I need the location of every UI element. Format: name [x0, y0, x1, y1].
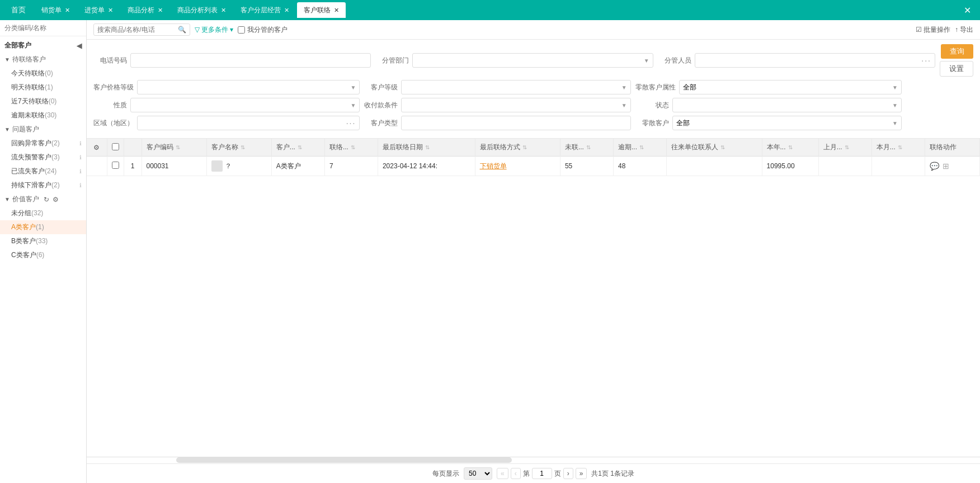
tab-close-icon[interactable]: ✕	[334, 7, 339, 14]
all-customers-label[interactable]: 全部客户	[4, 41, 31, 50]
table-unit-col[interactable]: 往来单位联系人⇅	[667, 139, 762, 157]
nav-tab-进货单[interactable]: 进货单✕	[78, 2, 120, 18]
sidebar-item-value[interactable]: 未分组(32)	[0, 206, 86, 220]
customer-type-input[interactable]	[401, 116, 630, 130]
filter-more-conditions[interactable]: ▽ 更多条件 ▾	[195, 25, 233, 35]
table-nocontact-col[interactable]: 未联...⇅	[560, 139, 613, 157]
sidebar-item-count: (1)	[36, 223, 44, 231]
query-button[interactable]: 查询	[941, 44, 973, 59]
row-checkbox[interactable]	[107, 157, 124, 176]
sidebar-item-label: 今天待联络(0)	[11, 69, 53, 78]
filter-search-input[interactable]	[97, 26, 176, 34]
action-chat-icon[interactable]: 💬	[930, 162, 939, 171]
area-input[interactable]: ···	[137, 116, 360, 130]
sidebar-group-problem[interactable]: ▼ 问题客户	[0, 122, 86, 136]
sidebar-item-count: (2)	[51, 181, 60, 189]
sidebar-item-count: (0)	[45, 69, 53, 77]
row-action: 💬 ⊞	[925, 157, 979, 176]
sidebar-item-pending[interactable]: 逾期未联络(30)	[0, 108, 86, 122]
table-thisyear-col[interactable]: 本年...⇅	[762, 139, 818, 157]
row-name: ？	[206, 157, 271, 176]
first-page-button[interactable]: «	[497, 468, 508, 479]
overdue-sort-icon: ⇅	[639, 144, 644, 150]
filter-search-icon[interactable]: 🔍	[178, 26, 186, 34]
nav-tab-商品分析列表[interactable]: 商品分析列表✕	[171, 2, 233, 18]
table-contact-col[interactable]: 联络...⇅	[324, 139, 378, 157]
sidebar-item-value[interactable]: C类客户(6)	[0, 248, 86, 262]
batch-operation-button[interactable]: ☑ 批量操作	[916, 25, 950, 35]
sidebar-item-problem[interactable]: 流失预警客户(3)ℹ	[0, 150, 86, 164]
nature-input[interactable]: ▼	[130, 98, 360, 112]
row-select-checkbox[interactable]	[112, 162, 119, 169]
horizontal-scrollbar[interactable]	[87, 457, 980, 463]
table-thismonth-col[interactable]: 本月...⇅	[871, 139, 925, 157]
nav-tab-客户分层经营[interactable]: 客户分层经营✕	[234, 2, 296, 18]
next-page-button[interactable]: ›	[563, 468, 573, 479]
sidebar-search-input[interactable]	[4, 24, 87, 32]
table-lastdate-col[interactable]: 最后联络日期⇅	[378, 139, 475, 157]
table-gear-col[interactable]: ⚙	[87, 139, 107, 157]
retail-customer-input[interactable]: 全部 ▼	[672, 116, 902, 130]
last-page-button[interactable]: »	[576, 468, 587, 479]
filter-settings-button[interactable]: 设置	[940, 61, 973, 77]
tab-close-icon[interactable]: ✕	[284, 7, 289, 14]
payment-input[interactable]: ▼	[401, 98, 630, 112]
pending-group-label: 待联络客户	[12, 55, 46, 64]
customer-level-input[interactable]: ▼	[401, 80, 630, 94]
sidebar-collapse-icon[interactable]: ◀	[77, 42, 82, 50]
page-number-input[interactable]	[532, 468, 552, 479]
table-name-col[interactable]: 客户名称⇅	[206, 139, 271, 157]
nav-tab-客户联络[interactable]: 客户联络✕	[297, 2, 346, 18]
table-num-col	[124, 139, 142, 157]
sidebar-item-value[interactable]: B类客户(33)	[0, 234, 86, 248]
value-group-settings[interactable]: ⚙	[53, 196, 59, 203]
filter-chevron: ▾	[230, 26, 233, 34]
prev-page-button[interactable]: ‹	[511, 468, 521, 479]
table-code-col[interactable]: 客户编码⇅	[142, 139, 206, 157]
sidebar-group-pending[interactable]: ▼ 待联络客户	[0, 53, 86, 67]
lastdate-col-label: 最后联络日期	[383, 143, 423, 152]
sidebar-item-pending[interactable]: 今天待联络(0)	[0, 67, 86, 80]
table-overdue-col[interactable]: 逾期...⇅	[614, 139, 667, 157]
row-last-method[interactable]: 下销货单	[475, 157, 560, 176]
dept-arrow: ▼	[644, 58, 649, 64]
tab-close-icon[interactable]: ✕	[221, 7, 226, 14]
export-button[interactable]: ↑ 导出	[955, 25, 973, 35]
sidebar-item-problem[interactable]: 持续下滑客户(2)ℹ	[0, 178, 86, 192]
sidebar-item-count: (0)	[49, 97, 57, 105]
status-input[interactable]: ▼	[672, 98, 902, 112]
nav-home[interactable]: 首页	[4, 5, 32, 15]
last-method-link[interactable]: 下销货单	[480, 162, 507, 170]
my-customer-filter[interactable]: 我分管的客户	[238, 25, 288, 35]
tab-close-icon[interactable]: ✕	[65, 7, 70, 14]
payment-label: 收付款条件	[364, 101, 398, 110]
action-grid-icon[interactable]: ⊞	[943, 162, 949, 171]
dept-input[interactable]: ▼	[412, 53, 653, 68]
customer-avatar	[211, 160, 223, 172]
table-type-col[interactable]: 客户...⇅	[271, 139, 324, 157]
sidebar-item-pending[interactable]: 明天待联络(1)	[0, 80, 86, 94]
price-level-input[interactable]: ▼	[137, 80, 360, 94]
sidebar-item-problem[interactable]: 已流失客户(24)ℹ	[0, 164, 86, 178]
manager-input[interactable]: ···	[695, 53, 935, 68]
nav-tab-商品分析[interactable]: 商品分析✕	[121, 2, 169, 18]
sidebar-item-problem[interactable]: 回购异常客户(2)ℹ	[0, 136, 86, 150]
tab-close-icon[interactable]: ✕	[158, 7, 163, 14]
sidebar-group-value[interactable]: ▼ 价值客户 ↻ ⚙	[0, 192, 86, 206]
table-lastmonth-col[interactable]: 上月...⇅	[818, 139, 871, 157]
sidebar-item-value[interactable]: A类客户(1)	[0, 220, 86, 234]
value-group-refresh[interactable]: ↻	[44, 196, 49, 203]
phone-input[interactable]	[130, 53, 371, 68]
table-lastmethod-col[interactable]: 最后联络方式⇅	[475, 139, 560, 157]
sidebar-item-label: 持续下滑客户(2)	[11, 181, 60, 190]
sidebar-item-count: (3)	[51, 153, 60, 161]
all-customers-header: 全部客户 ◀	[0, 36, 86, 53]
window-close-button[interactable]: ✕	[959, 3, 976, 18]
sidebar-item-pending[interactable]: 近7天待联络(0)	[0, 94, 86, 108]
tab-close-icon[interactable]: ✕	[108, 7, 113, 14]
select-all-checkbox[interactable]	[112, 143, 119, 150]
my-customer-checkbox[interactable]	[238, 26, 245, 34]
retail-attr-input[interactable]: 全部 ▼	[679, 80, 902, 94]
nav-tab-销货单[interactable]: 销货单✕	[35, 2, 77, 18]
per-page-select[interactable]: 50 100 200	[464, 467, 492, 480]
